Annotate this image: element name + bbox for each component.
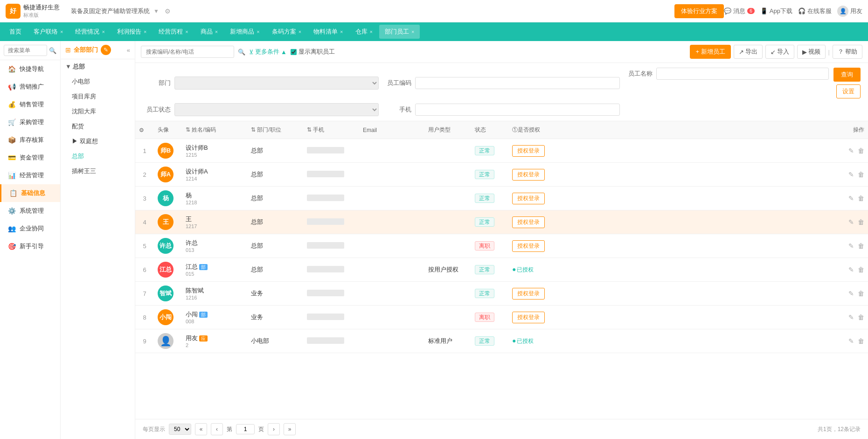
delete-icon[interactable]: 🗑 (858, 242, 864, 250)
delete-icon[interactable]: 🗑 (858, 218, 864, 226)
nav-item-history[interactable]: 经营历程 × (153, 25, 194, 39)
emp-code-input[interactable] (415, 77, 619, 89)
edit-icon[interactable]: ✎ (848, 147, 854, 154)
auth-btn[interactable]: 授权登录 (512, 145, 545, 157)
dept-select[interactable] (174, 77, 379, 90)
search-btn[interactable]: 🔍 (238, 49, 245, 56)
edit-icon[interactable]: ✎ (848, 290, 854, 297)
nav-item-add-goods[interactable]: 新增商品 × (224, 25, 265, 39)
first-page-btn[interactable]: « (195, 423, 207, 435)
phone-input[interactable] (415, 104, 619, 116)
nav-close-icon[interactable]: × (215, 29, 218, 35)
col-phone[interactable]: ⇅ 手机 (303, 121, 359, 139)
prev-page-btn[interactable]: ‹ (211, 423, 223, 435)
nav-item-warehouse[interactable]: 仓库 × (350, 25, 378, 39)
emp-name-input[interactable] (656, 68, 829, 80)
nav-item-bom[interactable]: 物料清单 × (308, 25, 348, 39)
nav-close-icon[interactable]: × (370, 29, 373, 35)
nav-close-icon[interactable]: × (60, 29, 63, 35)
sidebar-item-purchase[interactable]: 🛒 采购管理 (0, 113, 60, 131)
add-employee-btn[interactable]: + 新增员工 (690, 45, 730, 59)
nav-item-customers[interactable]: 客户联络 × (28, 25, 69, 39)
col-name-code[interactable]: ⇅ 姓名/编码 (182, 121, 247, 139)
message-btn[interactable]: 💬 消息 6 (724, 7, 755, 15)
settings-icon[interactable]: ⚙ (165, 7, 171, 15)
auth-btn[interactable]: 授权登录 (512, 288, 545, 300)
col-dept[interactable]: ⇅ 部门/职位 (247, 121, 303, 139)
sidebar-item-inventory[interactable]: 📦 库存核算 (0, 131, 60, 149)
title-dropdown-icon[interactable]: ▼ (153, 8, 159, 14)
sidebar-item-guide[interactable]: 🎯 新手引导 (0, 237, 60, 255)
tree-item-peihuo[interactable]: 配货 (61, 119, 135, 134)
tree-item-xiaodibu[interactable]: 小电部 (61, 74, 135, 89)
sidebar-item-basic[interactable]: 📋 基础信息 (0, 184, 60, 202)
col-settings[interactable]: ⚙ (135, 121, 154, 139)
online-service-btn[interactable]: 🎧 在线客服 (798, 7, 832, 15)
page-input[interactable] (236, 424, 255, 434)
nav-item-operations[interactable]: 经营情况 × (69, 25, 110, 39)
export-btn[interactable]: ↗ 导出 (734, 45, 763, 59)
last-page-btn[interactable]: » (284, 423, 296, 435)
nav-close-icon[interactable]: × (102, 29, 104, 35)
edit-icon[interactable]: ✎ (848, 195, 854, 202)
show-resigned-toggle[interactable]: 显示离职员工 (291, 48, 335, 56)
tree-item-zongbu[interactable]: 总部 (61, 149, 135, 164)
sidebar-search-input[interactable] (4, 45, 47, 56)
nav-item-employees[interactable]: 部门员工 × (379, 25, 420, 39)
nav-item-goods[interactable]: 商品 × (195, 25, 223, 39)
search-input[interactable] (141, 46, 234, 58)
query-btn[interactable]: 查询 (833, 68, 861, 82)
edit-icon[interactable]: ✎ (848, 266, 854, 273)
set-btn[interactable]: 设置 (836, 84, 861, 98)
emp-status-select[interactable] (174, 103, 379, 116)
tree-collapse-btn[interactable]: « (127, 47, 130, 54)
tree-item-xiangmukufang[interactable]: 项目库房 (61, 89, 135, 104)
page-size-select[interactable]: 50 (169, 424, 191, 435)
tree-item-parent[interactable]: ▼ 总部 (61, 59, 135, 74)
delete-icon[interactable]: 🗑 (858, 266, 864, 273)
nav-close-icon[interactable]: × (299, 29, 301, 35)
nav-close-icon-active[interactable]: × (411, 29, 414, 35)
sidebar-item-finance[interactable]: 💳 资金管理 (0, 149, 60, 167)
auth-btn[interactable]: 授权登录 (512, 216, 545, 228)
nav-item-home[interactable]: 首页 (4, 25, 27, 39)
nav-close-icon[interactable]: × (185, 29, 188, 35)
user-btn[interactable]: 👤 用友 (837, 6, 862, 17)
sidebar-item-sales[interactable]: 💰 销售管理 (0, 96, 60, 113)
sidebar-item-business[interactable]: 📊 经营管理 (0, 167, 60, 184)
edit-icon[interactable]: ✎ (848, 242, 854, 250)
nav-item-barcode[interactable]: 条码方案 × (266, 25, 307, 39)
edit-icon[interactable]: ✎ (848, 171, 854, 178)
delete-icon[interactable]: 🗑 (858, 171, 864, 178)
delete-icon[interactable]: 🗑 (858, 290, 864, 297)
sidebar-item-quick-nav[interactable]: 🏠 快捷导航 (0, 60, 60, 78)
auth-btn[interactable]: 授权登录 (512, 240, 545, 252)
nav-item-profit[interactable]: 利润报告 × (111, 25, 152, 39)
nav-close-icon[interactable]: × (144, 29, 146, 35)
help-btn[interactable]: ？ 帮助 (833, 45, 862, 59)
edit-icon[interactable]: ✎ (848, 218, 854, 226)
delete-icon[interactable]: 🗑 (858, 337, 864, 345)
edit-icon[interactable]: ✎ (848, 337, 854, 345)
more-conditions-btn[interactable]: ⊻ 更多条件 ▲ (249, 48, 287, 56)
sidebar-item-system[interactable]: ⚙️ 系统管理 (0, 202, 60, 220)
edit-icon[interactable]: ✎ (848, 314, 854, 321)
auth-btn[interactable]: 授权登录 (512, 193, 545, 204)
app-download-btn[interactable]: 📱 App下载 (760, 7, 792, 15)
delete-icon[interactable]: 🗑 (858, 314, 864, 321)
view-btn[interactable]: ▶ 视频 (797, 45, 826, 59)
tree-item-shenyang[interactable]: 沈阳大库 (61, 104, 135, 119)
next-page-btn[interactable]: › (268, 423, 280, 435)
auth-btn[interactable]: 授权登录 (512, 169, 545, 181)
tree-item-shuangtingxiang[interactable]: ▶ 双庭想 (61, 134, 135, 149)
show-resigned-checkbox[interactable] (291, 49, 297, 55)
sidebar-item-marketing[interactable]: 📢 营销推广 (0, 78, 60, 96)
auth-btn[interactable]: 授权登录 (512, 312, 545, 323)
sidebar-item-collab[interactable]: 👥 企业协同 (0, 220, 60, 237)
tree-edit-btn[interactable]: ✎ (101, 45, 111, 55)
delete-icon[interactable]: 🗑 (858, 195, 864, 202)
tree-item-chashuwang[interactable]: 插树王三 (61, 164, 135, 179)
nav-close-icon[interactable]: × (257, 29, 259, 35)
nav-close-icon[interactable]: × (340, 29, 343, 35)
delete-icon[interactable]: 🗑 (858, 147, 864, 154)
